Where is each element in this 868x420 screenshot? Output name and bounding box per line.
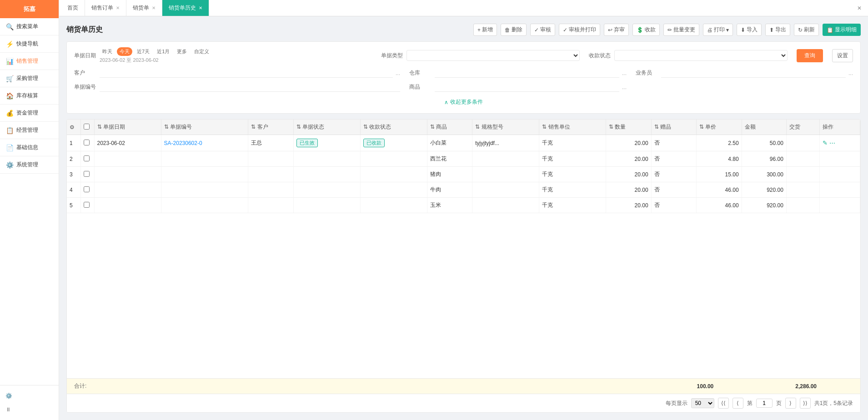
col-unit-price[interactable]: ⇅ 单价	[697, 120, 742, 135]
table-scroll[interactable]: ⚙ ⇅ 单据日期 ⇅ 单据编号	[67, 120, 860, 378]
sidebar: 拓嘉 🔍 搜索菜单 ⚡ 快捷导航 📊 销售管理 🛒 采购管理 🏠 库存核算 💰 …	[0, 0, 59, 420]
cell-unit-price: 4.80	[697, 151, 742, 167]
show-detail-label: 显示明细	[835, 26, 857, 34]
sidebar-item-quick-nav[interactable]: ⚡ 快捷导航	[0, 35, 59, 53]
cell-checkbox[interactable]	[80, 135, 94, 151]
collect-button[interactable]: 💲 收款	[632, 24, 660, 36]
sidebar-bottom-pause[interactable]: ⏸	[0, 403, 59, 416]
sidebar-bottom-settings[interactable]: ⚙️	[0, 389, 59, 403]
col-payment-status[interactable]: ⇅ 收款状态	[360, 120, 427, 135]
col-doc-num[interactable]: ⇅ 单据编号	[161, 120, 248, 135]
more-action[interactable]: ⋯	[829, 140, 835, 146]
tab-sales-order-close[interactable]: ✕	[116, 5, 120, 10]
date-custom[interactable]: 自定义	[191, 47, 212, 56]
page-prev-btn[interactable]: ⟨	[733, 398, 743, 409]
cell-checkbox[interactable]	[80, 182, 94, 198]
page-number-input[interactable]	[756, 399, 773, 408]
sidebar-item-inventory[interactable]: 🏠 库存核算	[0, 87, 59, 105]
tab-sales-delivery-close[interactable]: ✕	[152, 5, 156, 10]
tab-home[interactable]: 首页	[61, 0, 85, 16]
cell-quantity: 20.00	[606, 167, 652, 182]
col-doc-date[interactable]: ⇅ 单据日期	[94, 120, 161, 135]
sidebar-item-basic-info[interactable]: 📄 基础信息	[0, 139, 59, 156]
audit-print-icon: ✓	[563, 27, 567, 33]
print-button[interactable]: 🖨 打印 ▾	[703, 24, 733, 36]
sidebar-item-purchase-mgmt[interactable]: 🛒 采购管理	[0, 70, 59, 87]
cell-checkbox[interactable]	[80, 198, 94, 213]
cell-row-num: 4	[67, 182, 80, 198]
col-action: 操作	[820, 120, 860, 135]
doc-num-link[interactable]: SA-20230602-0	[164, 140, 202, 146]
goods-input[interactable]	[435, 82, 619, 92]
customer-input[interactable]	[100, 68, 393, 78]
tab-bar-close-btn[interactable]: ✕	[853, 5, 866, 11]
date-7days[interactable]: 近7天	[134, 47, 152, 56]
add-button[interactable]: + 新增	[473, 24, 497, 36]
row-checkbox[interactable]	[84, 140, 90, 145]
col-settings[interactable]: ⚙	[67, 120, 80, 135]
cell-checkbox[interactable]	[80, 151, 94, 167]
batch-change-icon: ✏	[667, 27, 672, 33]
salesperson-ellipsis[interactable]: ...	[848, 70, 853, 76]
tab-sales-history-close[interactable]: ✕	[199, 5, 202, 10]
row-checkbox[interactable]	[84, 202, 90, 208]
sidebar-item-search-menu[interactable]: 🔍 搜索菜单	[0, 18, 59, 35]
cell-doc-num	[161, 167, 248, 182]
col-quantity[interactable]: ⇅ 数量	[606, 120, 652, 135]
row-checkbox[interactable]	[84, 155, 90, 161]
payment-status-select[interactable]	[614, 50, 788, 61]
sidebar-item-operations[interactable]: 📋 经营管理	[0, 122, 59, 139]
cell-quantity: 20.00	[606, 198, 652, 213]
edit-action[interactable]: ✎	[823, 140, 828, 146]
toolbar: + 新增 🗑 删除 ✓ 审核 ✓ 审核并打印 ↩ 弃审	[473, 24, 861, 36]
export-button[interactable]: ⬆ 导出	[765, 24, 790, 36]
warehouse-ellipsis[interactable]: ...	[622, 70, 627, 76]
row-checkbox[interactable]	[84, 186, 90, 192]
warehouse-input[interactable]	[435, 68, 619, 78]
col-sales-unit[interactable]: ⇅ 销售单位	[539, 120, 606, 135]
goods-ellipsis[interactable]: ...	[622, 84, 627, 90]
col-customer[interactable]: ⇅ 客户	[248, 120, 294, 135]
query-button[interactable]: 查询	[797, 49, 823, 62]
refresh-button[interactable]: ↻ 刷新	[794, 24, 819, 36]
doc-number-input[interactable]	[100, 82, 400, 92]
audit-print-button[interactable]: ✓ 审核并打印	[559, 24, 600, 36]
date-yesterday[interactable]: 昨天	[100, 47, 115, 56]
tab-sales-delivery[interactable]: 销货单 ✕	[126, 0, 162, 16]
date-more[interactable]: 更多	[174, 47, 190, 56]
col-gift[interactable]: ⇅ 赠品	[651, 120, 697, 135]
sidebar-item-system-mgmt[interactable]: ⚙️ 系统管理	[0, 156, 59, 174]
page-first-btn[interactable]: ⟨⟨	[718, 398, 729, 409]
salesperson-input[interactable]	[661, 68, 846, 78]
sidebar-item-finance[interactable]: 💰 资金管理	[0, 105, 59, 122]
col-goods[interactable]: ⇅ 商品	[427, 120, 472, 135]
sidebar-item-sales-mgmt[interactable]: 📊 销售管理	[0, 53, 59, 70]
row-checkbox[interactable]	[84, 171, 90, 177]
tab-sales-history[interactable]: 销货单历史 ✕	[162, 0, 209, 16]
cell-unit-price: 2.50	[697, 135, 742, 151]
col-doc-status[interactable]: ⇅ 单据状态	[293, 120, 360, 135]
settings-filter-button[interactable]: 设置	[832, 49, 853, 62]
audit-button[interactable]: ✓ 审核	[530, 24, 555, 36]
tab-sales-order[interactable]: 销售订单 ✕	[85, 0, 126, 16]
page-size-select[interactable]: 50 20 100	[691, 398, 714, 408]
delete-button[interactable]: 🗑 删除	[501, 24, 527, 36]
cell-checkbox[interactable]	[80, 167, 94, 182]
col-checkbox[interactable]	[80, 120, 94, 135]
abandon-button[interactable]: ↩ 弃审	[604, 24, 629, 36]
batch-change-button[interactable]: ✏ 批量变更	[663, 24, 699, 36]
cell-sales-unit: 千克	[539, 198, 606, 213]
import-button[interactable]: ⬇ 导入	[737, 24, 762, 36]
date-today[interactable]: 今天	[117, 47, 132, 56]
page-last-btn[interactable]: ⟩⟩	[800, 398, 811, 409]
customer-ellipsis[interactable]: ...	[396, 70, 400, 76]
doc-type-select[interactable]	[406, 50, 580, 61]
show-detail-button[interactable]: 📋 显示明细	[823, 24, 861, 36]
date-1month[interactable]: 近1月	[154, 47, 172, 56]
show-detail-icon: 📋	[827, 27, 833, 33]
col-spec[interactable]: ⇅ 规格型号	[472, 120, 539, 135]
page-next-btn[interactable]: ⟩	[785, 398, 796, 409]
select-all-checkbox[interactable]	[84, 124, 90, 130]
col-unit-price-label: ⇅ 单价	[699, 124, 716, 130]
collapse-button[interactable]: ∧ 收起更多条件	[74, 96, 853, 108]
